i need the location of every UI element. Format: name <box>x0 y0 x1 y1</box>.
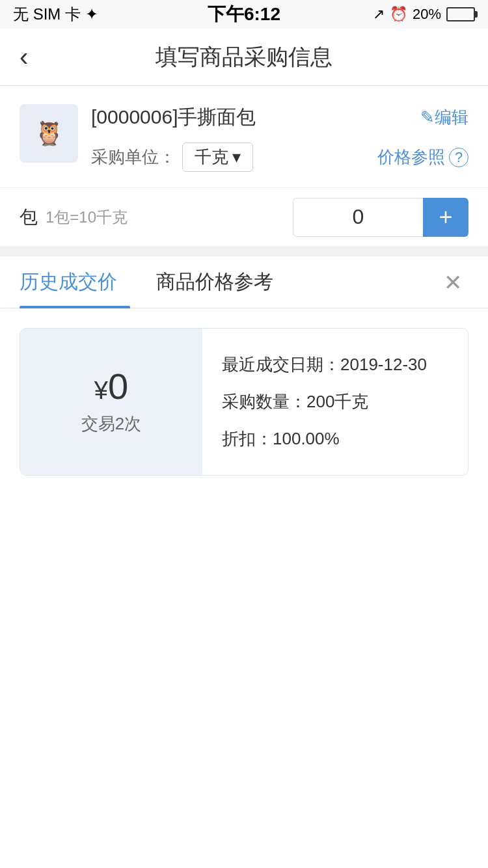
status-left: 无 SIM 卡 ✦ <box>13 4 98 25</box>
product-info: [0000006]手撕面包 ✎编辑 采购单位： 千克 ▾ 价格参照 ? <box>91 104 468 172</box>
status-time: 下午6:12 <box>208 2 280 27</box>
price-main: ¥0 <box>94 368 128 405</box>
alarm-icon: ⏰ <box>390 6 407 23</box>
sim-status: 无 SIM 卡 ✦ <box>13 4 98 25</box>
quantity-controls: 0 + <box>293 198 468 237</box>
quantity-input[interactable]: 0 <box>293 198 423 237</box>
price-ref-help-icon: ? <box>449 148 468 167</box>
tab-product-price-ref[interactable]: 商品价格参考 <box>156 256 286 308</box>
page-title: 填写商品采购信息 <box>156 42 332 72</box>
trade-count: 交易2次 <box>81 413 141 435</box>
edit-button[interactable]: ✎编辑 <box>420 106 468 129</box>
status-bar: 无 SIM 卡 ✦ 下午6:12 ↗ ⏰ 20% <box>0 0 488 29</box>
product-section: 🦉 [0000006]手撕面包 ✎编辑 采购单位： 千克 ▾ 价格参照 <box>0 86 488 187</box>
purchase-qty-row: 采购数量：200千克 <box>222 389 448 414</box>
location-icon: ↗ <box>373 6 385 23</box>
unit-note: 1包=10千克 <box>46 207 128 228</box>
battery-icon <box>446 7 475 21</box>
history-content: ¥0 交易2次 最近成交日期：2019-12-30 采购数量：200千克 折扣：… <box>0 308 488 495</box>
price-ref-button[interactable]: 价格参照 ? <box>377 146 468 169</box>
discount-row: 折扣：100.00% <box>222 426 448 452</box>
product-name: [0000006]手撕面包 <box>91 104 256 131</box>
recent-date-row: 最近成交日期：2019-12-30 <box>222 352 448 377</box>
bottom-area <box>0 495 488 868</box>
unit-select[interactable]: 千克 ▾ <box>182 142 253 172</box>
divider <box>0 246 488 256</box>
tabs-header: 历史成交价 商品价格参考 ✕ <box>0 256 488 308</box>
status-right: ↗ ⏰ 20% <box>373 6 475 23</box>
price-card: ¥0 交易2次 最近成交日期：2019-12-30 采购数量：200千克 折扣：… <box>20 328 468 476</box>
tab-close-button[interactable]: ✕ <box>437 269 468 295</box>
battery-percent: 20% <box>413 6 441 23</box>
tab-history-price[interactable]: 历史成交价 <box>20 256 130 308</box>
product-thumbnail: 🦉 <box>20 104 78 163</box>
price-card-right: 最近成交日期：2019-12-30 采购数量：200千克 折扣：100.00% <box>202 329 468 475</box>
quantity-label: 包 1包=10千克 <box>20 205 128 230</box>
quantity-plus-button[interactable]: + <box>423 198 468 237</box>
unit-label: 采购单位： 千克 ▾ <box>91 142 253 172</box>
back-button[interactable]: ‹ <box>20 42 28 72</box>
product-icon: 🦉 <box>34 120 64 147</box>
tabs-section: 历史成交价 商品价格参考 ✕ ¥0 交易2次 最近成交日期：2019-12-30… <box>0 256 488 495</box>
price-card-left: ¥0 交易2次 <box>20 329 202 475</box>
quantity-section: 包 1包=10千克 0 + <box>0 187 488 246</box>
header: ‹ 填写商品采购信息 <box>0 29 488 86</box>
